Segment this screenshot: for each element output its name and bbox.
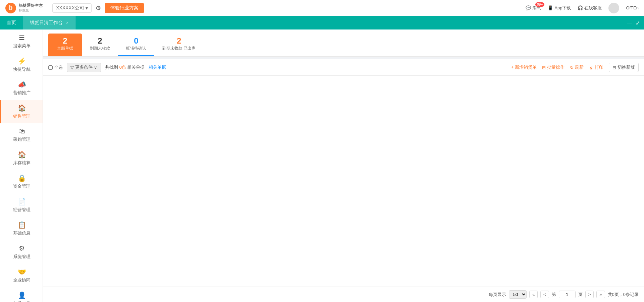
select-all-input[interactable] [48, 65, 53, 70]
sidebar-label-marketing: 营销推广 [13, 90, 31, 96]
sidebar-item-search-menu[interactable]: ☰ 搜索菜单 [0, 29, 43, 53]
sidebar-item-quick-nav[interactable]: ⚡ 快捷导航 [0, 53, 43, 76]
more-conditions-button[interactable]: ▽ 更多条件 ∨ [67, 63, 101, 72]
sidebar-item-marketing[interactable]: 📣 营销推广 [0, 76, 43, 100]
capital-mgmt-icon: 🔒 [18, 174, 26, 182]
related-link[interactable]: 相关单据 [149, 64, 166, 70]
app-download-button[interactable]: 📱 App下载 [548, 5, 571, 11]
sidebar-label-inventory: 库存核算 [13, 160, 31, 166]
chevron-down-icon: ∨ [94, 65, 97, 70]
switch-icon: ⊟ [612, 65, 616, 70]
logo-icon: b [5, 3, 16, 13]
sidebar-item-basic-info[interactable]: 📋 基础信息 [0, 217, 43, 240]
message-button[interactable]: 💬 消息 99+ [526, 5, 541, 11]
dropdown-icon: ▾ [86, 5, 88, 11]
sidebar-label-enterprise-collab: 企业协同 [13, 277, 31, 283]
logo-area: b 畅捷通好生意 标准版 [5, 3, 48, 13]
settings-icon[interactable]: ⚙ [96, 4, 101, 12]
print-button[interactable]: 🖨 打印 [589, 64, 603, 70]
per-page-select[interactable]: 50 [509, 290, 527, 299]
top-bar: b 畅捷通好生意 标准版 XXXXXX公司 ▾ ⚙ 体验行业方案 💬 消息 99… [0, 0, 644, 16]
logo-text: 畅捷通好生意 [19, 3, 43, 8]
page-last-button[interactable]: » [596, 291, 605, 298]
sidebar-label-beginner-guide: 新手引导 [13, 301, 31, 302]
sidebar-label-purchase-mgmt: 采购管理 [13, 136, 31, 142]
switch-version-button[interactable]: ⊟ 切换新版 [609, 63, 639, 72]
add-order-button[interactable]: + 新增销货单 [511, 64, 537, 70]
app-download-icon: 📱 [548, 5, 553, 10]
sidebar-label-capital-mgmt: 资金管理 [13, 183, 31, 189]
switch-label: 切换新版 [618, 64, 635, 70]
page-number-input[interactable] [559, 291, 576, 298]
message-badge: 99+ [535, 2, 544, 7]
operations-mgmt-icon: 📄 [18, 197, 26, 205]
batch-icon: ⊞ [542, 65, 546, 70]
toolbar-right: + 新增销货单 ⊞ 批量操作 ↻ 刷新 🖨 打印 ⊟ 切换新版 [511, 63, 639, 72]
tab-workbench-label: 钱货日清工作台 [30, 20, 63, 26]
filter-icon: ▽ [70, 65, 74, 70]
more-conditions-label: 更多条件 [75, 64, 93, 70]
avatar[interactable] [608, 3, 619, 13]
pagination-bar: 每页显示 50 « < 第 页 > » 共0页，0条记录 [43, 287, 644, 302]
tab-home[interactable]: 首页 [0, 16, 23, 29]
sales-mgmt-icon: 🏠 [18, 104, 26, 112]
status-tab-all[interactable]: 2 全部单据 [48, 34, 82, 56]
tab-workbench[interactable]: 钱货日清工作台 × [23, 16, 75, 29]
sidebar-item-inventory[interactable]: 🏠 库存核算 [0, 146, 43, 170]
tab-all-label: 全部单据 [57, 46, 73, 51]
per-page-label: 每页显示 [489, 292, 506, 298]
sidebar-item-enterprise-collab[interactable]: 🤝 企业协同 [0, 264, 43, 287]
main-layout: ☰ 搜索菜单 ⚡ 快捷导航 📣 营销推广 🏠 销售管理 🛍 采购管理 🏠 库存核… [0, 29, 644, 302]
page-next-button[interactable]: > [585, 291, 594, 298]
inventory-icon: 🏠 [18, 150, 26, 159]
refresh-icon: ↻ [570, 65, 574, 70]
tab-overdue-outbound-label: 到期未收款 已出库 [162, 46, 196, 51]
tab-overdue-label: 到期未收款 [90, 46, 110, 51]
tab-minimize-button[interactable]: — [627, 20, 632, 26]
sidebar-label-basic-info: 基础信息 [13, 230, 31, 236]
page-first-button[interactable]: « [529, 291, 538, 298]
purchase-mgmt-icon: 🛍 [18, 127, 25, 135]
sidebar-item-purchase-mgmt[interactable]: 🛍 采购管理 [0, 123, 43, 146]
tab-overdue-outbound-num: 2 [177, 36, 181, 46]
select-all-label: 全选 [54, 64, 63, 70]
tab-maximize-button[interactable]: ⤢ [636, 20, 640, 26]
experience-button[interactable]: 体验行业方案 [105, 3, 144, 13]
status-tabs: 2 全部单据 2 到期未收款 0 旺辅待确认 2 到期未收款 已出库 [43, 29, 644, 57]
quick-nav-icon: ⚡ [18, 57, 26, 65]
found-prefix: 共找到 [105, 65, 118, 70]
sidebar-item-capital-mgmt[interactable]: 🔒 资金管理 [0, 170, 43, 193]
toolbar-left: 全选 ▽ 更多条件 ∨ 共找到 0条 相关单据 相关单据 [48, 63, 166, 72]
status-tab-overdue[interactable]: 2 到期未收款 [82, 34, 118, 56]
print-icon: 🖨 [589, 65, 593, 70]
batch-operation-button[interactable]: ⊞ 批量操作 [542, 64, 565, 70]
basic-info-icon: 📋 [18, 221, 26, 229]
tab-all-num: 2 [63, 36, 67, 46]
app-download-label: App下载 [554, 5, 571, 11]
system-mgmt-icon: ⚙ [19, 244, 25, 252]
status-tab-overdue-outbound[interactable]: 2 到期未收款 已出库 [154, 34, 204, 56]
sidebar-label-system-mgmt: 系统管理 [13, 254, 31, 260]
page-label: 第 [552, 292, 556, 298]
enterprise-collab-icon: 🤝 [18, 268, 26, 276]
logo-badge: 标准版 [19, 8, 43, 13]
total-info: 共0页，0条记录 [608, 292, 639, 298]
select-all-checkbox[interactable]: 全选 [48, 64, 63, 70]
top-bar-left: b 畅捷通好生意 标准版 XXXXXX公司 ▾ ⚙ 体验行业方案 [5, 3, 144, 13]
refresh-button[interactable]: ↻ 刷新 [570, 64, 584, 70]
company-selector[interactable]: XXXXXX公司 ▾ [52, 3, 92, 13]
page-prev-button[interactable]: < [540, 291, 549, 298]
tab-close-icon[interactable]: × [66, 20, 68, 25]
online-service-button[interactable]: 🎧 在线客服 [578, 5, 602, 11]
user-name[interactable]: OfTEn [626, 5, 639, 10]
tab-spacer [75, 16, 623, 29]
status-tab-pending[interactable]: 0 旺辅待确认 [118, 34, 154, 56]
sidebar-item-operations-mgmt[interactable]: 📄 经营管理 [0, 193, 43, 217]
sidebar-item-system-mgmt[interactable]: ⚙ 系统管理 [0, 240, 43, 264]
logo-text-area: 畅捷通好生意 标准版 [19, 3, 43, 13]
sidebar-item-sales-mgmt[interactable]: 🏠 销售管理 [0, 100, 43, 123]
sidebar-item-beginner-guide[interactable]: 👤 新手引导 [0, 287, 43, 302]
company-name: XXXXXX公司 [56, 5, 84, 11]
headset-icon: 🎧 [578, 5, 583, 10]
found-text: 共找到 0条 相关单据 [105, 64, 145, 70]
